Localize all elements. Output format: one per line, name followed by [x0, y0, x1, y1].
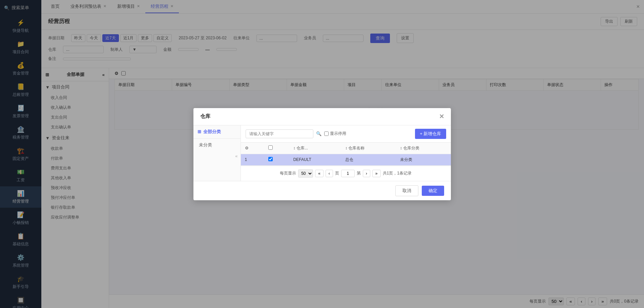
col-settings: ⚙ [241, 143, 265, 154]
modal-table-area: ⚙ ↕ 仓库... ↕ 仓库名称 ↕ 仓库分类 1 DEFA [241, 143, 451, 166]
modal-uncategorized-item[interactable]: 未分类 [193, 139, 241, 151]
modal-total-info: 共1页，1条记录 [383, 170, 412, 176]
modal-header: 仓库 ✕ [193, 108, 451, 125]
modal-search-area: 🔍 显示停用 [246, 129, 346, 138]
modal-search-input[interactable] [246, 129, 313, 138]
row-warehouse-name: 总仓 [341, 154, 396, 165]
modal-right-panel: 🔍 显示停用 + 新增仓库 ⚙ [241, 125, 451, 181]
modal-left-panel: ⊞ 全部分类 未分类 « [193, 125, 241, 181]
warehouse-modal: 仓库 ✕ ⊞ 全部分类 未分类 « [193, 108, 451, 200]
row-warehouse-code: DEFAULT [289, 154, 341, 165]
modal-prev-page-btn[interactable]: ‹ [326, 170, 333, 177]
modal-page-input[interactable] [341, 170, 355, 177]
row-select-checkbox[interactable] [268, 157, 273, 161]
row-checkbox [264, 154, 289, 165]
modal-left-collapse-btn[interactable]: « [193, 151, 241, 161]
modal-last-page-btn[interactable]: » [372, 170, 381, 177]
modal-overlay: 仓库 ✕ ⊞ 全部分类 未分类 « [0, 0, 644, 308]
modal-table-header-row: ⚙ ↕ 仓库... ↕ 仓库名称 ↕ 仓库分类 [241, 143, 451, 154]
modal-close-btn[interactable]: ✕ [439, 113, 444, 120]
modal-page-unit: 第 [357, 170, 361, 176]
collapse-icon: « [235, 153, 237, 159]
row-settings: 1 [241, 154, 265, 165]
modal-title: 仓库 [200, 113, 210, 120]
modal-pagination: 每页显示 50 « ‹ 页 第 › » 共1页，1条记录 [241, 166, 451, 181]
modal-uncategorized-label: 未分类 [199, 142, 212, 147]
confirm-button[interactable]: 确定 [422, 186, 444, 196]
modal-left-header[interactable]: ⊞ 全部分类 [193, 125, 241, 139]
col-checkbox [264, 143, 289, 154]
row-warehouse-category: 未分类 [396, 154, 451, 165]
modal-search-icon[interactable]: 🔍 [316, 131, 321, 136]
modal-grid-icon: ⊞ [198, 129, 201, 134]
cancel-button[interactable]: 取消 [395, 185, 418, 196]
modal-table-row[interactable]: 1 DEFAULT 总仓 未分类 [241, 154, 451, 165]
modal-table: ⚙ ↕ 仓库... ↕ 仓库名称 ↕ 仓库分类 1 DEFA [241, 143, 451, 166]
modal-body: ⊞ 全部分类 未分类 « 🔍 [193, 125, 451, 181]
col-warehouse-name[interactable]: ↕ 仓库名称 [341, 143, 396, 154]
modal-next-page-btn[interactable]: › [363, 170, 370, 177]
col-warehouse-category[interactable]: ↕ 仓库分类 [396, 143, 451, 154]
col-warehouse-code[interactable]: ↕ 仓库... [289, 143, 341, 154]
modal-toolbar: 🔍 显示停用 + 新增仓库 [241, 125, 451, 143]
show-disabled-label[interactable]: 显示停用 [324, 131, 346, 137]
show-disabled-checkbox[interactable] [324, 131, 329, 136]
add-warehouse-btn[interactable]: + 新增仓库 [415, 129, 446, 139]
modal-all-category-label: 全部分类 [203, 129, 221, 135]
modal-page-label: 页 [335, 170, 339, 176]
modal-per-page-select[interactable]: 50 [298, 169, 313, 178]
modal-footer: 取消 确定 [193, 181, 451, 200]
modal-first-page-btn[interactable]: « [315, 170, 324, 177]
modal-per-page-label: 每页显示 [280, 170, 296, 176]
select-all-modal[interactable] [268, 145, 273, 150]
